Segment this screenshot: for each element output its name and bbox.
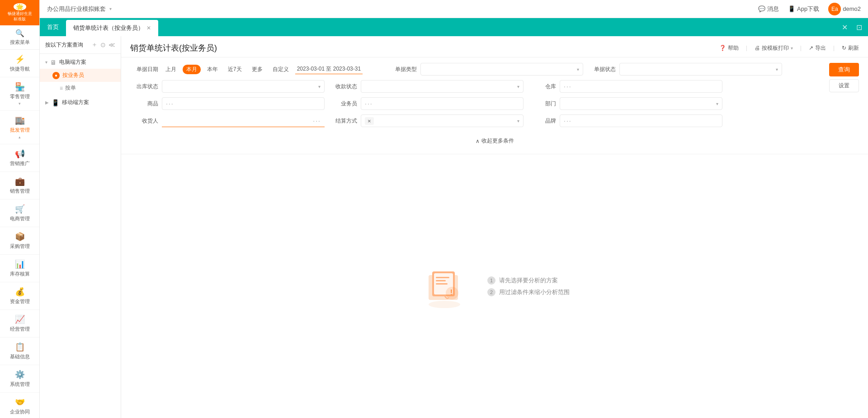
mobile-group-icon: 📱 — [52, 99, 59, 106]
settlement-select[interactable]: × ▾ — [361, 114, 524, 127]
sidebar-item-finance[interactable]: 💰 资金管理 — [0, 282, 39, 310]
sidebar-item-retail[interactable]: 🏪 零售管理 ▾ — [0, 77, 39, 111]
industry-dropdown-icon[interactable]: ▾ — [109, 6, 112, 11]
tab-bar-controls: ✕ ⊡ — [835, 22, 868, 33]
desktop-group-header[interactable]: ▾ 🖥 电脑端方案 — [40, 56, 121, 69]
tab-home-label: 首页 — [47, 23, 59, 31]
salesperson-scheme-label: 按业务员 — [62, 71, 84, 79]
date-this-month[interactable]: 本月 — [183, 65, 201, 74]
salesperson-dots: ··· — [365, 100, 373, 107]
search-label: 搜索菜单 — [10, 39, 30, 46]
recipient-dots: ··· — [313, 117, 321, 124]
date-label: 单据日期 — [130, 66, 162, 73]
date-last7[interactable]: 近7天 — [224, 65, 245, 74]
sidebar-item-base-info[interactable]: 📋 基础信息 — [0, 337, 39, 365]
panel-settings-icon[interactable]: ⊙ — [100, 41, 106, 48]
user-profile-button[interactable]: Ea demo2 — [828, 3, 861, 15]
empty-illustration: ! — [420, 261, 469, 311]
date-custom[interactable]: 自定义 — [269, 65, 292, 74]
retail-icon: 🏪 — [15, 82, 25, 92]
inventory-label: 库存核算 — [10, 271, 30, 277]
step1-text: 请先选择要分析的方案 — [499, 276, 558, 285]
date-more[interactable]: 更多 — [248, 65, 266, 74]
sidebar-item-ecommerce[interactable]: 🛒 电商管理 — [0, 200, 39, 227]
tab-sales-report[interactable]: 销货单统计表（按业务员） ✕ — [66, 20, 158, 36]
salesperson-select[interactable]: ··· — [361, 97, 524, 110]
sidebar-item-enterprise[interactable]: 🤝 企业协同 — [0, 393, 39, 418]
warehouse-select[interactable]: ··· — [560, 80, 722, 93]
operations-icon: 📈 — [15, 314, 25, 324]
refresh-icon: ↻ — [842, 45, 846, 51]
finance-icon: 💰 — [15, 287, 25, 297]
brand-dots: ··· — [564, 117, 572, 124]
panel-title: 按以下方案查询 — [45, 41, 83, 49]
desktop-group-icon: 🖥 — [50, 59, 57, 66]
sidebar-item-sales[interactable]: 💼 销售管理 — [0, 172, 39, 200]
salesperson-scheme-icon: ● — [52, 72, 60, 79]
panel-add-icon[interactable]: ＋ — [91, 41, 98, 49]
title-actions: ❓ 帮助 | 🖨 按模板打印 ▾ | ↗ 导出 | — [719, 44, 859, 52]
settlement-label: 结算方式 — [334, 117, 361, 125]
help-label: 帮助 — [728, 44, 739, 52]
sales-label: 销售管理 — [10, 188, 30, 195]
delivery-select[interactable]: ▾ — [162, 80, 325, 93]
settlement-tag-close[interactable]: × — [368, 118, 371, 124]
settings-button[interactable]: 设置 — [829, 79, 859, 92]
sidebar-item-operations[interactable]: 📈 经营管理 — [0, 310, 39, 337]
filter-area: 单据日期 上月 本月 本年 近7天 更多 自定义 2023-03-01 至 20… — [121, 57, 868, 154]
brand-label: 品牌 — [533, 117, 560, 125]
goods-label: 商品 — [130, 100, 162, 108]
mobile-group-header[interactable]: ▶ 📱 移动端方案 — [40, 96, 121, 109]
app-download-button[interactable]: 📱 App下载 — [788, 5, 819, 13]
industry-name: 办公用品行业模拟账套 — [47, 5, 106, 13]
tab-close-all-button[interactable]: ✕ — [839, 22, 850, 33]
sidebar-item-marketing[interactable]: 📢 营销推广 — [0, 144, 39, 172]
brand-select[interactable]: ··· — [560, 114, 722, 127]
search-menu[interactable]: 🔍 搜索菜单 — [0, 25, 39, 50]
doc-status-select[interactable]: ▾ — [619, 63, 782, 76]
print-dropdown-icon: ▾ — [791, 46, 793, 51]
shortcut-label: 快捷导航 — [10, 66, 30, 72]
sidebar-item-inventory[interactable]: 📊 库存核算 — [0, 255, 39, 282]
tab-sales-report-label: 销货单统计表（按业务员） — [73, 24, 144, 32]
scheme-sub-item-order[interactable]: ≡ 按单 — [40, 82, 121, 94]
doc-type-dropdown-icon: ▾ — [577, 67, 579, 72]
page-title-bar: 销货单统计表(按业务员) ❓ 帮助 | 🖨 按模板打印 ▾ | ↗ — [121, 36, 868, 57]
ecommerce-icon: 🛒 — [15, 204, 25, 214]
right-panel: 销货单统计表(按业务员) ❓ 帮助 | 🖨 按模板打印 ▾ | ↗ — [121, 36, 868, 418]
filter-row-1: 单据日期 上月 本月 本年 近7天 更多 自定义 2023-03-01 至 20… — [130, 63, 859, 76]
recipient-label: 收货人 — [130, 117, 162, 125]
message-button[interactable]: 💬 消息 — [758, 5, 779, 13]
doc-type-label: 单据类型 — [393, 66, 420, 73]
panel-collapse-icon[interactable]: ≪ — [108, 41, 115, 48]
print-button[interactable]: 🖨 按模板打印 ▾ — [755, 44, 793, 52]
tab-close-icon[interactable]: ✕ — [146, 25, 151, 31]
doc-type-select[interactable]: ▾ — [420, 63, 583, 76]
help-button[interactable]: ❓ 帮助 — [719, 44, 739, 52]
sidebar-item-purchase[interactable]: 📦 采购管理 — [0, 227, 39, 255]
recipient-input[interactable]: ··· — [162, 114, 325, 127]
tab-home[interactable]: 首页 — [40, 18, 66, 36]
export-button[interactable]: ↗ 导出 — [809, 44, 826, 52]
sidebar-item-shortcut[interactable]: ⚡ 快捷导航 — [0, 50, 39, 77]
collapse-button[interactable]: ∧ 收起更多条件 — [472, 133, 518, 148]
date-this-year[interactable]: 本年 — [203, 65, 222, 74]
tab-restore-button[interactable]: ⊡ — [854, 22, 864, 33]
date-range-display[interactable]: 2023-03-01 至 2023-03-31 — [295, 64, 363, 74]
sidebar-item-system[interactable]: ⚙️ 系统管理 — [0, 365, 39, 393]
marketing-label: 营销推广 — [10, 160, 30, 167]
system-icon: ⚙️ — [15, 370, 25, 380]
order-scheme-label: 按单 — [65, 84, 76, 92]
query-button[interactable]: 查询 — [829, 63, 859, 76]
tab-bar: 首页 销货单统计表（按业务员） ✕ ✕ ⊡ — [40, 18, 868, 36]
date-last-month[interactable]: 上月 — [162, 65, 180, 74]
scheme-item-salesperson[interactable]: ● 按业务员 — [40, 69, 121, 82]
app-tagline: 标准版 — [14, 17, 26, 22]
sidebar-item-wholesale[interactable]: 🏬 批发管理 ▴ — [0, 111, 39, 144]
payment-select[interactable]: ▾ — [361, 80, 524, 93]
empty-steps: 1 请先选择要分析的方案 2 用过滤条件来缩小分析范围 — [487, 276, 570, 296]
dept-select[interactable]: ▾ — [560, 97, 722, 110]
goods-select[interactable]: ··· — [162, 97, 325, 110]
app-download-label: App下载 — [797, 5, 819, 13]
refresh-button[interactable]: ↻ 刷新 — [842, 44, 859, 52]
